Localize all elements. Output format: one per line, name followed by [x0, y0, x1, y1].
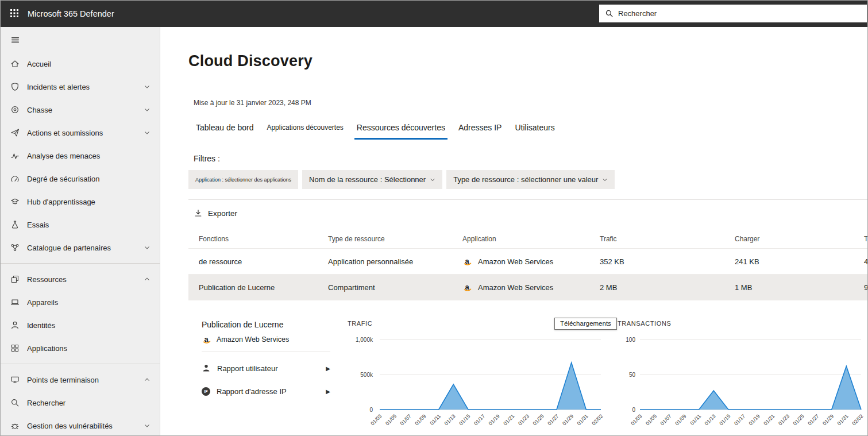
sidebar-collapse-button[interactable] — [1, 27, 20, 52]
sidebar-item-analyse-des-menaces[interactable]: Analyse des menaces — [1, 144, 160, 167]
sidebar-item-chasse[interactable]: Chasse — [1, 98, 160, 121]
ip-icon: IP — [202, 387, 210, 396]
sidebar-item-degre-de-securisation[interactable]: Degré de sécurisation — [1, 167, 160, 190]
network-icon — [10, 243, 20, 252]
svg-text:01/23: 01/23 — [517, 413, 530, 426]
svg-text:500k: 500k — [360, 372, 373, 378]
sidebar-item-identites[interactable]: Identités — [1, 314, 160, 337]
chevron-down-icon — [144, 106, 151, 113]
column-header-charger[interactable]: Charger — [735, 235, 864, 243]
amazon-icon: a — [462, 256, 473, 267]
table-row[interactable]: de ressourceApplication personnaliséeaAm… — [188, 249, 867, 275]
svg-text:01/05: 01/05 — [645, 413, 658, 426]
detail-panel: Publication de Lucerne a Amazon Web Serv… — [202, 312, 330, 403]
column-header-t[interactable]: T — [864, 235, 867, 243]
svg-text:a: a — [205, 335, 209, 344]
tooltip-telechargements: Téléchargements — [554, 318, 617, 330]
sidebar-item-points-de-terminaison[interactable]: Points de terminaison — [1, 368, 160, 391]
svg-text:01/11: 01/11 — [689, 413, 703, 426]
sidebar-item-essais[interactable]: Essais — [1, 213, 160, 236]
svg-text:01/25: 01/25 — [532, 413, 545, 426]
svg-text:50: 50 — [629, 372, 636, 378]
tab-applications-decouvertes[interactable]: Applications découvertes — [264, 121, 345, 140]
sidebar-item-ressources[interactable]: Ressources — [1, 268, 160, 291]
tab-adresses-ip[interactable]: Adresses IP — [456, 121, 504, 140]
column-header-fonctions[interactable]: Fonctions — [188, 235, 328, 243]
column-header-type-de-ressource[interactable]: Type de ressource — [328, 235, 462, 243]
cell-trafic: 2 MB — [600, 283, 735, 292]
filter-chip-1[interactable]: Nom de la ressource : Sélectionner — [302, 170, 442, 189]
cell-application: aAmazon Web Services — [462, 282, 600, 292]
svg-text:01/31: 01/31 — [836, 413, 850, 426]
svg-text:01/31: 01/31 — [576, 413, 589, 426]
svg-text:01/15: 01/15 — [718, 413, 731, 426]
graduation-icon — [10, 197, 20, 206]
filter-chip-0[interactable]: Application : sélectionner des applicati… — [188, 170, 298, 189]
sidebar-item-accueil[interactable]: Accueil — [1, 52, 160, 75]
chevron-down-icon — [144, 83, 151, 90]
tab-tableau-de-bord[interactable]: Tableau de bord — [194, 121, 256, 140]
global-search[interactable] — [599, 5, 867, 22]
main-content: Cloud Discovery Mise à jour le 31 janvie… — [160, 27, 867, 435]
table-header-row: FonctionsType de ressourceApplicationTra… — [188, 229, 867, 249]
app-root: Microsoft 365 Defender AccueilIncidents … — [0, 0, 868, 436]
chevron-up-icon — [144, 276, 151, 283]
sidebar-item-label: Essais — [27, 221, 151, 229]
app-title: Microsoft 365 Defender — [28, 9, 114, 18]
report-link-rapport-d-adresse-ip[interactable]: IPRapport d'adresse IP▶ — [202, 380, 330, 403]
search-icon — [10, 398, 20, 407]
svg-text:01/15: 01/15 — [458, 413, 471, 426]
sidebar-item-incidents-et-alertes[interactable]: Incidents et alertes — [1, 75, 160, 98]
svg-text:01/11: 01/11 — [429, 413, 442, 426]
cell-fonctions: Publication de Lucerne — [188, 283, 328, 292]
filters-label: Filtres : — [194, 154, 220, 163]
sidebar-item-appareils[interactable]: Appareils — [1, 291, 160, 314]
svg-text:01/17: 01/17 — [733, 413, 746, 426]
cell-trafic: 352 KB — [600, 257, 735, 266]
sidebar-item-gestion-des-vulnerabilites[interactable]: Gestion des vulnérabilités — [1, 414, 160, 435]
send-icon — [10, 128, 20, 137]
beaker-icon — [10, 220, 20, 229]
svg-text:01/05: 01/05 — [384, 413, 398, 426]
export-button[interactable]: Exporter — [194, 209, 237, 218]
cell-transactions: 9 — [864, 283, 867, 292]
svg-text:01/27: 01/27 — [807, 413, 820, 426]
filter-chip-2[interactable]: Type de ressource : sélectionner une val… — [446, 170, 615, 189]
chevron-down-icon — [602, 177, 608, 183]
divider — [202, 352, 330, 352]
vuln-icon — [10, 421, 20, 430]
column-header-application[interactable]: Application — [462, 235, 600, 243]
svg-text:01/19: 01/19 — [748, 413, 761, 426]
gauge-icon — [10, 174, 20, 183]
app-launcher-button[interactable] — [1, 1, 28, 27]
sidebar-item-actions-et-soumissions[interactable]: Actions et soumissions — [1, 121, 160, 144]
report-links: Rapport utilisateur▶IPRapport d'adresse … — [202, 357, 330, 403]
svg-text:01/27: 01/27 — [546, 413, 560, 426]
table-row[interactable]: Publication de LucerneCompartimentaAmazo… — [188, 275, 867, 300]
waffle-icon — [10, 9, 19, 20]
sidebar-divider — [1, 263, 160, 264]
chevron-up-icon — [144, 376, 151, 383]
sidebar-nav-list: AccueilIncidents et alertesChasseActions… — [1, 52, 160, 435]
report-label: Rapport utilisateur — [217, 364, 278, 373]
cell-application: aAmazon Web Services — [462, 256, 600, 267]
filter-bar: Application : sélectionner des applicati… — [188, 170, 615, 189]
sidebar-item-catalogue-de-partenaires[interactable]: Catalogue de partenaires — [1, 236, 160, 259]
search-input[interactable] — [618, 9, 861, 18]
tab-ressources-decouvertes[interactable]: Ressources découvertes — [354, 121, 447, 140]
column-header-trafic[interactable]: Trafic — [600, 235, 735, 243]
svg-text:01/21: 01/21 — [762, 413, 776, 426]
tab-bar: Tableau de bordApplications découvertesR… — [194, 121, 557, 140]
svg-text:01/13: 01/13 — [704, 413, 717, 426]
tab-utilisateurs[interactable]: Utilisateurs — [512, 121, 557, 140]
resources-icon — [10, 275, 20, 284]
report-link-rapport-utilisateur[interactable]: Rapport utilisateur▶ — [202, 357, 330, 380]
sidebar-item-rechercher[interactable]: Rechercher — [1, 391, 160, 414]
sidebar-item-hub-d-apprentissage[interactable]: Hub d'apprentissage — [1, 190, 160, 213]
endpoint-icon — [10, 375, 20, 384]
svg-text:01/07: 01/07 — [659, 413, 673, 426]
resources-table: FonctionsType de ressourceApplicationTra… — [188, 229, 867, 300]
trafic-plot-svg: 0500k1,000k01/0301/0501/0701/0901/1101/1… — [340, 334, 609, 433]
sidebar-item-applications[interactable]: Applications — [1, 337, 160, 360]
shield-icon — [10, 82, 20, 91]
